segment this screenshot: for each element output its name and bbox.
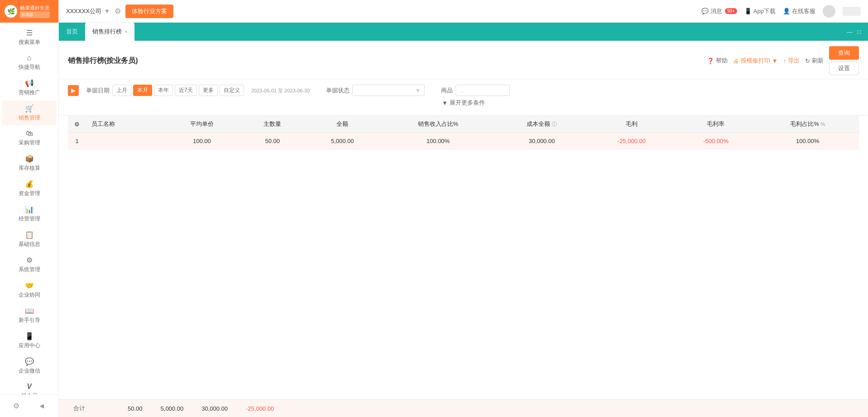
query-btn[interactable]: 查询 <box>829 46 859 60</box>
date-range-text: 2023-06-01 至 2023-06-30 <box>251 87 310 94</box>
footer-cost-total: 30,000.00 <box>201 405 228 412</box>
tab-close-icon[interactable]: × <box>125 29 127 34</box>
sidebar-item-label: 搜索菜单 <box>19 38 40 46</box>
footer-total-amount: 5,000.00 <box>161 405 184 412</box>
tab-sales-ranking[interactable]: 销售排行榜 × <box>85 23 134 41</box>
sales-mgmt-icon: 🛒 <box>25 104 34 113</box>
sidebar-item-member[interactable]: V 畅会员 <box>2 379 57 394</box>
sidebar-item-label: 经营管理 <box>19 215 40 223</box>
page-content: 销售排行榜(按业务员) ❓ 帮助 🖨 按模板打印 ▼ ↑ 导出 <box>59 41 868 417</box>
settings-btn[interactable]: 设置 <box>829 62 859 75</box>
date-btn-7days[interactable]: 近7天 <box>175 85 197 96</box>
date-btn-custom[interactable]: 自定义 <box>220 85 244 96</box>
expand-more-btn[interactable]: ▼ 展开更多条件 <box>442 99 485 107</box>
status-dropdown-icon: ▼ <box>415 87 421 94</box>
date-btn-this-year[interactable]: 本年 <box>154 85 173 96</box>
query-settings-group: 查询 设置 <box>829 46 859 75</box>
help-label: 帮助 <box>716 57 728 65</box>
sidebar-item-label: 采购管理 <box>19 139 40 147</box>
tab-sales-ranking-label: 销售排行榜 <box>92 28 122 36</box>
sidebar-item-label: 应用中心 <box>19 342 40 350</box>
goods-input[interactable]: ... <box>456 85 510 96</box>
help-btn[interactable]: ❓ 帮助 <box>707 57 728 65</box>
sidebar-item-label: 企业微信 <box>19 367 40 375</box>
marketing-icon: 📢 <box>25 79 34 87</box>
app-download-icon: 📱 <box>744 8 752 14</box>
td-rank: 1 <box>68 133 86 149</box>
online-service-btn[interactable]: 👤 在线客服 <box>783 7 815 15</box>
status-select[interactable]: ▼ <box>352 85 425 96</box>
sidebar-item-label: 营销推广 <box>19 89 40 96</box>
gross-pct-info-icon: % <box>820 121 825 127</box>
topbar-settings-icon[interactable]: ⚙ <box>115 7 121 15</box>
sidebar-item-app-center[interactable]: 📱 应用中心 <box>2 328 57 353</box>
date-btn-more[interactable]: 更多 <box>199 85 218 96</box>
print-label: 按模板打印 <box>741 57 770 65</box>
sidebar-settings-icon[interactable]: ⚙ <box>13 402 19 410</box>
sidebar-item-finance-mgmt[interactable]: 💰 资金管理 <box>2 176 57 201</box>
export-label: 导出 <box>788 57 800 65</box>
th-cost-total: 成本全额 ⓘ <box>496 115 588 133</box>
goods-filter-label: 商品 <box>441 86 453 95</box>
app-download-btn[interactable]: 📱 App下载 <box>744 7 776 15</box>
sidebar-item-guide[interactable]: 📖 新手引导 <box>2 303 57 328</box>
sidebar-item-basic-info[interactable]: 📋 基础信息 <box>2 227 57 252</box>
th-employee: 员工名称 <box>86 115 163 133</box>
filter-toggle-btn[interactable]: ▶ <box>68 85 79 96</box>
sidebar-item-sys-mgmt[interactable]: ⚙ 系统管理 <box>2 252 57 277</box>
sidebar-collapse-icon[interactable]: ◄ <box>38 402 45 410</box>
logo-brand-name: 畅康通好生意 <box>20 5 50 11</box>
print-btn[interactable]: 🖨 按模板打印 ▼ <box>733 57 778 65</box>
tabbar-right: — □ <box>847 29 868 35</box>
sidebar-item-label: 库存核算 <box>19 164 40 172</box>
logo-tag: 标准版 <box>20 11 50 18</box>
page-actions: ❓ 帮助 🖨 按模板打印 ▼ ↑ 导出 ↻ 刷新 <box>707 46 859 75</box>
user-avatar[interactable] <box>823 5 835 18</box>
messages-btn[interactable]: 💬 消息 99+ <box>701 7 737 15</box>
td-cost-total: 30,000.00 <box>496 133 588 149</box>
th-settings[interactable]: ⚙ <box>68 115 86 133</box>
th-total-amount: 全额 <box>305 115 380 133</box>
sidebar-item-purchase-mgmt[interactable]: 🛍 采购管理 <box>2 126 57 150</box>
footer-gross-profit-item: -25,000.00 <box>246 405 274 412</box>
tab-home[interactable]: 首页 <box>59 23 85 41</box>
page-inner: 销售排行榜(按业务员) ❓ 帮助 🖨 按模板打印 ▼ ↑ 导出 <box>59 41 868 417</box>
inventory-icon: 📦 <box>25 154 34 163</box>
sidebar-item-marketing[interactable]: 📢 营销推广 <box>2 75 57 100</box>
footer-total-amount-item: 5,000.00 <box>161 405 184 412</box>
date-btn-last-month[interactable]: 上月 <box>112 85 131 96</box>
refresh-btn[interactable]: ↻ 刷新 <box>805 57 824 65</box>
tab-maximize-icon[interactable]: □ <box>857 29 861 35</box>
filter-status-item: 单据状态 ▼ <box>326 85 425 96</box>
td-employee <box>86 133 163 149</box>
footer-cost-total-item: 30,000.00 <box>201 405 228 412</box>
app-center-icon: 📱 <box>25 332 34 340</box>
table-footer: 合计 50.00 5,000.00 30,000.00 -25,000.00 <box>59 399 868 417</box>
td-avg-price: 100.00 <box>163 133 241 149</box>
sidebar-item-sales-mgmt[interactable]: 🛒 销售管理 <box>2 101 57 125</box>
th-main-qty: 主数量 <box>240 115 304 133</box>
search-order-icon: ☰ <box>26 29 33 37</box>
table-header-row: ⚙ 员工名称 平均单价 主数量 <box>68 115 859 133</box>
sidebar-item-inventory-check[interactable]: 📦 库存核算 <box>2 151 57 176</box>
sidebar-item-quick-nav[interactable]: ⌂ 快捷导航 <box>2 50 57 75</box>
ops-icon: 📊 <box>25 205 34 214</box>
footer-gross-profit: -25,000.00 <box>246 405 274 412</box>
sidebar-item-enterprise-wechat[interactable]: 💬 企业微信 <box>2 354 57 379</box>
company-dropdown-icon: ▼ <box>104 8 110 14</box>
industry-btn[interactable]: 体验行业方案 <box>125 5 173 18</box>
print-icon: 🖨 <box>733 58 739 64</box>
sidebar-item-enterprise-collab[interactable]: 🤝 企业协同 <box>2 278 57 302</box>
filter-date-item: 单据日期 上月 本月 本年 近7天 更多 自定义 <box>86 85 244 96</box>
sidebar-item-search-order[interactable]: ☰ 搜索菜单 <box>2 25 57 50</box>
sidebar-item-label: 快捷导航 <box>19 63 40 71</box>
date-btn-this-month[interactable]: 本月 <box>133 85 152 96</box>
main-area: XXXXXX公司 ▼ ⚙ 体验行业方案 💬 消息 99+ 📱 App下载 👤 在… <box>59 0 868 417</box>
sidebar-item-ops-mgmt[interactable]: 📊 经营管理 <box>2 201 57 226</box>
messages-label: 消息 <box>710 7 722 15</box>
sidebar-logo: 🌿 畅康通好生意 标准版 <box>0 0 58 23</box>
export-btn[interactable]: ↑ 导出 <box>783 57 800 65</box>
company-selector[interactable]: XXXXXX公司 ▼ <box>66 7 110 15</box>
tab-minimize-icon[interactable]: — <box>847 29 853 35</box>
sidebar-nav: ☰ 搜索菜单 ⌂ 快捷导航 📢 营销推广 🛒 销售管理 🛍 采购管理 📦 库存核… <box>0 23 58 394</box>
